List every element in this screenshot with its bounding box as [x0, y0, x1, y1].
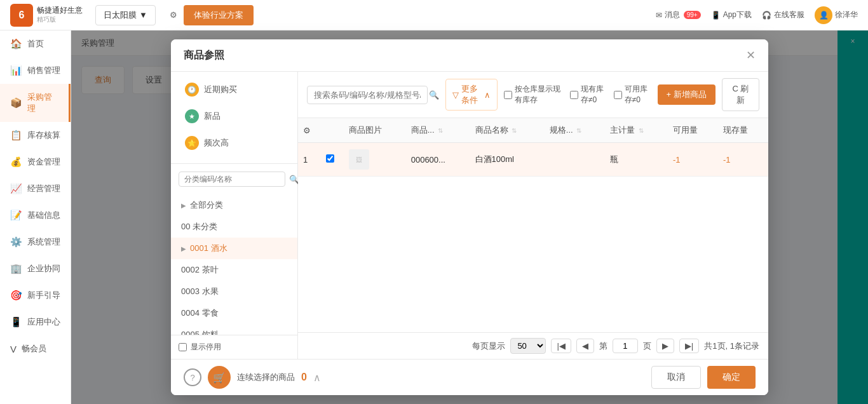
category-all[interactable]: ▶ 全部分类 [171, 194, 297, 216]
quick-recent[interactable]: 🕐 近期购买 [179, 78, 290, 101]
cart-icon: 🛒 [208, 366, 231, 389]
sales-icon: 📊 [10, 65, 22, 76]
sidebar-item-basic-info[interactable]: 📝 基础信息 [0, 202, 71, 229]
cell-checkbox[interactable] [321, 143, 344, 177]
sidebar-item-purchase[interactable]: 📦 采购管理 [0, 84, 71, 122]
product-reference-modal: 商品参照 ✕ 🕐 近期购买 ★ [171, 39, 768, 395]
sidebar-item-operations[interactable]: 📈 经营管理 [0, 175, 71, 202]
product-thumbnail: 🖼 [349, 149, 369, 170]
modal-close-btn[interactable]: ✕ [746, 48, 756, 62]
per-page-select[interactable]: 50 100 [510, 338, 546, 354]
experience-btn[interactable]: 体验行业方案 [184, 5, 254, 25]
quick-access: 🕐 近期购买 ★ 新品 ⭐ 频次高 [171, 72, 297, 161]
system-icon: ⚙️ [10, 236, 22, 248]
category-liquor[interactable]: ▶ 0001 酒水 [171, 238, 297, 259]
filter-btn[interactable]: ▽ 更多条件 ∧ [445, 79, 498, 111]
logo: 6 畅捷通好生意 精巧版 [10, 4, 83, 27]
operations-icon: 📈 [10, 183, 22, 194]
mobile-icon: 📱 [711, 11, 721, 20]
category-beverages[interactable]: 0005 饮料 [171, 324, 297, 335]
table-row[interactable]: 1 🖼 000600... 白酒100ml 瓶 [298, 143, 768, 177]
current-stock-checkbox[interactable] [570, 91, 578, 99]
member-icon: V [10, 344, 17, 354]
prev-page-btn[interactable]: ◀ [576, 339, 594, 353]
table-header-row: ⚙ 商品图片 商品... ⇅ 商品名称 [298, 118, 768, 143]
sidebar-item-inventory[interactable]: 📋 库存核算 [0, 122, 71, 149]
sidebar-item-app-center[interactable]: 📱 应用中心 [0, 309, 71, 335]
sidebar-item-finance[interactable]: 💰 资金管理 [0, 149, 71, 175]
checkbox-current-stock[interactable]: 现有库存≠0 [570, 84, 607, 105]
category-fruit[interactable]: 0003 水果 [171, 281, 297, 302]
help-btn[interactable]: ? [184, 368, 201, 386]
collapse-footer-btn[interactable]: ∧ [313, 372, 321, 384]
sidebar-item-sales[interactable]: 📊 销售管理 [0, 57, 71, 84]
message-badge: 99+ [684, 11, 701, 19]
modal-title: 商品参照 [184, 49, 224, 62]
cancel-btn[interactable]: 取消 [651, 366, 701, 389]
quick-frequent[interactable]: ⭐ 频次高 [179, 131, 290, 154]
col-image: 商品图片 [344, 118, 406, 143]
new-icon: ★ [185, 109, 199, 123]
checkbox-warehouse-stock[interactable]: 按仓库显示现有库存 [504, 84, 564, 105]
settings-icon[interactable]: ⚙ [163, 5, 184, 25]
category-tea[interactable]: 0002 茶叶 [171, 259, 297, 281]
tenant-dropdown[interactable]: 日太阳膜 ▼ [95, 5, 156, 25]
top-nav: 6 畅捷通好生意 精巧版 日太阳膜 ▼ ⚙ 体验行业方案 ✉ 消息 99+ 📱 … [0, 0, 868, 30]
sidebar-item-member[interactable]: V 畅会员 [0, 335, 71, 362]
col-name[interactable]: 商品名称 ⇅ [470, 118, 545, 143]
search-icon[interactable]: 🔍 [429, 90, 439, 100]
col-code[interactable]: 商品... ⇅ [406, 118, 470, 143]
checkbox-available-stock[interactable]: 可用库存≠0 [614, 84, 651, 105]
modal-body: 🕐 近期购买 ★ 新品 ⭐ 频次高 [171, 72, 768, 359]
app-download-btn[interactable]: 📱 App下载 [711, 10, 752, 20]
category-search-row: 🔍 [171, 166, 297, 192]
sort-spec-icon: ⇅ [576, 127, 581, 134]
product-search-input[interactable] [307, 86, 428, 104]
sort-unit-icon: ⇅ [639, 127, 644, 134]
refresh-btn[interactable]: C 刷新 [722, 78, 759, 111]
category-search-input[interactable] [179, 172, 285, 187]
category-snacks[interactable]: 0004 零食 [171, 302, 297, 324]
finance-icon: 💰 [10, 156, 22, 168]
main-layout: 🏠 首页 📊 销售管理 📦 采购管理 📋 库存核算 💰 资金管理 📈 经营管理 … [0, 30, 868, 404]
page-number-input[interactable] [613, 339, 638, 353]
available-stock-checkbox[interactable] [614, 91, 622, 99]
quick-new[interactable]: ★ 新品 [179, 105, 290, 128]
headset-icon: 🎧 [762, 11, 771, 20]
category-uncategorized[interactable]: 00 未分类 [171, 216, 297, 238]
next-page-btn[interactable]: ▶ [656, 339, 674, 353]
logo-icon: 6 [10, 4, 33, 27]
cell-num: 1 [298, 143, 321, 177]
category-list: ▶ 全部分类 00 未分类 ▶ 0001 酒水 0002 茶 [171, 192, 297, 335]
last-page-btn[interactable]: ▶| [679, 339, 699, 353]
cell-spec [545, 143, 605, 177]
home-icon: 🏠 [10, 38, 22, 50]
active-arrow-icon: ▶ [181, 245, 186, 252]
sidebar-item-home[interactable]: 🏠 首页 [0, 30, 71, 57]
col-spec[interactable]: 规格... ⇅ [545, 118, 605, 143]
online-service-btn[interactable]: 🎧 在线客服 [762, 10, 804, 20]
footer-info: ? 🛒 连续选择的商品 0 ∧ [184, 366, 644, 389]
messages-btn[interactable]: ✉ 消息 99+ [656, 10, 701, 20]
enterprise-icon: 🏢 [10, 263, 22, 274]
col-unit[interactable]: 主计量 ⇅ [605, 118, 668, 143]
app-center-icon: 📱 [10, 316, 22, 328]
sidebar-item-guide[interactable]: 🎯 新手引导 [0, 282, 71, 309]
show-disabled-checkbox[interactable] [179, 343, 187, 351]
add-product-btn[interactable]: + 新增商品 [658, 84, 715, 105]
modal-header: 商品参照 ✕ [171, 39, 768, 72]
user-menu[interactable]: 👤 徐泽华 [815, 6, 858, 24]
warehouse-stock-checkbox[interactable] [504, 91, 512, 99]
sidebar-item-enterprise[interactable]: 🏢 企业协同 [0, 255, 71, 282]
col-checkbox [321, 118, 344, 143]
product-table: ⚙ 商品图片 商品... ⇅ 商品名称 [298, 118, 768, 332]
sidebar-item-system[interactable]: ⚙️ 系统管理 [0, 229, 71, 255]
first-page-btn[interactable]: |◀ [551, 339, 571, 353]
avatar: 👤 [815, 6, 832, 24]
recent-icon: 🕐 [185, 83, 199, 97]
content-area: 采购管理 查询 设置 刷新 × 商品参照 ✕ [71, 30, 868, 404]
divider1 [171, 163, 297, 164]
freq-icon: ⭐ [185, 136, 199, 150]
left-sidebar: 🏠 首页 📊 销售管理 📦 采购管理 📋 库存核算 💰 资金管理 📈 经营管理 … [0, 30, 71, 404]
confirm-btn[interactable]: 确定 [707, 366, 756, 389]
